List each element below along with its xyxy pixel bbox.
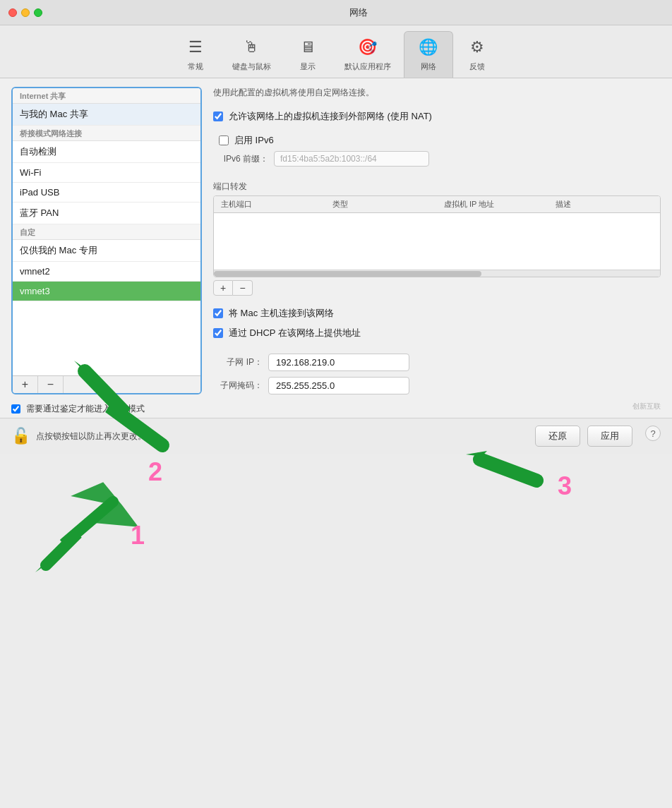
help-button[interactable]: ? [645, 426, 661, 441]
section-header-bridge: 桥接模式网络连接 [13, 126, 200, 141]
feedback-icon: ⚙ [466, 36, 488, 59]
list-item-wifi[interactable]: Wi-Fi [13, 163, 200, 183]
promiscuous-row: 需要通过鉴定才能进入混杂模式 [11, 403, 661, 415]
promiscuous-label: 需要通过鉴定才能进入混杂模式 [26, 403, 145, 415]
port-forwarding-table: 主机端口 类型 虚拟机 IP 地址 描述 [213, 195, 661, 277]
subnet-mask-label: 子网掩码： [213, 380, 263, 392]
port-forwarding-label: 端口转发 [213, 181, 661, 193]
close-button[interactable] [8, 8, 17, 17]
dhcp-checkbox[interactable] [213, 328, 223, 338]
toolbar-label-keyboard: 键盘与鼠标 [232, 61, 271, 72]
toolbar-item-display[interactable]: 🖥 显示 [284, 32, 332, 78]
toolbar-item-network[interactable]: 🌐 网络 [404, 31, 453, 78]
ipv6-prefix-row: IPv6 前缀： [219, 151, 661, 167]
list-item-bluetooth-pan[interactable]: 蓝牙 PAN [13, 203, 200, 224]
minimize-button[interactable] [21, 8, 30, 17]
list-panel-buttons: + − [13, 375, 200, 393]
default-apps-icon: 🎯 [356, 36, 379, 59]
list-item-ipad-usb[interactable]: iPad USB [13, 183, 200, 203]
col-vm-ip: 虚拟机 IP 地址 [437, 199, 548, 210]
arrow-1-annotation: 1 [35, 471, 149, 572]
bottom-bar: 🔓 点按锁按钮以防止再次更改。 还原 应用 ? [0, 418, 672, 454]
subnet-ip-input[interactable] [268, 354, 409, 371]
watermark: 创新互联 [632, 402, 661, 411]
mac-connect-row: 将 Mac 主机连接到该网络 [213, 307, 661, 320]
bottom-buttons: 还原 应用 ? [535, 426, 661, 447]
section-header-internet-sharing: Internet 共享 [13, 88, 200, 104]
mac-connect-label: 将 Mac 主机连接到该网络 [229, 307, 334, 320]
port-table-header: 主机端口 类型 虚拟机 IP 地址 描述 [214, 196, 660, 213]
toolbar-label-network: 网络 [421, 61, 436, 72]
ipv6-checkbox-label: 启用 IPv6 [234, 134, 274, 147]
svg-text:3: 3 [558, 471, 572, 500]
table-buttons: + − [213, 280, 661, 296]
keyboard-icon: 🖱 [240, 36, 263, 59]
toolbar-item-general[interactable]: ☰ 常规 [172, 32, 220, 78]
list-item-mac-sharing[interactable]: 与我的 Mac 共享 [13, 104, 200, 126]
toolbar-label-general: 常规 [188, 61, 203, 72]
toolbar-label-feedback: 反馈 [469, 61, 485, 72]
subnet-mask-input[interactable] [268, 377, 409, 394]
table-add-button[interactable]: + [213, 280, 233, 296]
scrollbar[interactable] [214, 270, 660, 277]
network-list: Internet 共享 与我的 Mac 共享 桥接模式网络连接 自动检测 Wi-… [13, 88, 200, 375]
list-item-vmnet2[interactable]: vmnet2 [13, 262, 200, 282]
fullscreen-button[interactable] [34, 8, 42, 17]
lock-text: 点按锁按钮以防止再次更改。 [36, 430, 146, 442]
col-type: 类型 [325, 199, 437, 210]
dhcp-row: 通过 DHCP 在该网络上提供地址 [213, 327, 661, 339]
connect-section: 将 Mac 主机连接到该网络 通过 DHCP 在该网络上提供地址 [213, 307, 661, 342]
toolbar-item-keyboard[interactable]: 🖱 键盘与鼠标 [220, 32, 284, 78]
display-icon: 🖥 [296, 36, 319, 59]
list-item-vmnet3[interactable]: vmnet3 [13, 282, 200, 301]
nat-checkbox-label: 允许该网络上的虚拟机连接到外部网络 (使用 NAT) [229, 110, 432, 123]
nat-checkbox-row: 允许该网络上的虚拟机连接到外部网络 (使用 NAT) [213, 110, 661, 123]
window-title: 网络 [349, 7, 368, 18]
svg-text:2: 2 [148, 457, 162, 486]
scrollbar-thumb[interactable] [214, 271, 481, 277]
traffic-lights [8, 8, 42, 17]
list-add-button[interactable]: + [13, 376, 38, 393]
restore-button[interactable]: 还原 [535, 426, 580, 447]
table-remove-button[interactable]: − [233, 280, 253, 296]
dhcp-label: 通过 DHCP 在该网络上提供地址 [229, 327, 361, 339]
lock-area: 🔓 点按锁按钮以防止再次更改。 [11, 427, 146, 445]
title-bar: 网络 [0, 0, 672, 25]
section-header-custom: 自定 [13, 224, 200, 240]
apply-button[interactable]: 应用 [587, 426, 632, 447]
subnet-mask-row: 子网掩码： [213, 377, 661, 394]
network-list-panel: Internet 共享 与我的 Mac 共享 桥接模式网络连接 自动检测 Wi-… [11, 87, 202, 394]
ipv6-checkbox[interactable] [219, 135, 229, 145]
port-forwarding-section: 端口转发 主机端口 类型 虚拟机 IP 地址 描述 [213, 175, 661, 296]
toolbar-item-feedback[interactable]: ⚙ 反馈 [453, 32, 501, 78]
toolbar-label-display: 显示 [300, 61, 316, 72]
subnet-ip-label: 子网 IP： [213, 356, 263, 368]
right-panel: 使用此配置的虚拟机将使用自定网络连接。 允许该网络上的虚拟机连接到外部网络 (使… [213, 87, 661, 394]
subnet-ip-row: 子网 IP： [213, 354, 661, 371]
list-remove-button[interactable]: − [38, 376, 64, 393]
nat-checkbox[interactable] [213, 111, 223, 121]
main-content: Internet 共享 与我的 Mac 共享 桥接模式网络连接 自动检测 Wi-… [0, 78, 672, 454]
port-table-body [214, 213, 660, 270]
toolbar-item-default-apps[interactable]: 🎯 默认应用程序 [332, 32, 404, 78]
toolbar: ☰ 常规 🖱 键盘与鼠标 🖥 显示 🎯 默认应用程序 🌐 网络 ⚙ 反馈 [0, 25, 672, 78]
lock-icon: 🔓 [11, 427, 30, 445]
ipv6-prefix-label: IPv6 前缀： [219, 153, 268, 165]
list-item-mac-only[interactable]: 仅供我的 Mac 专用 [13, 240, 200, 262]
ipv6-prefix-input[interactable] [274, 151, 429, 167]
list-item-autodetect[interactable]: 自动检测 [13, 141, 200, 163]
svg-marker-1 [35, 550, 67, 572]
arrow-3-annotation: 3 [466, 451, 572, 500]
svg-marker-0 [64, 471, 149, 545]
col-description: 描述 [548, 199, 660, 210]
svg-text:1: 1 [131, 521, 145, 550]
description-text: 使用此配置的虚拟机将使用自定网络连接。 [213, 87, 661, 99]
ipv6-section: 启用 IPv6 IPv6 前缀： [219, 134, 661, 167]
toolbar-label-default-apps: 默认应用程序 [344, 61, 391, 72]
promiscuous-checkbox[interactable] [11, 404, 20, 414]
general-icon: ☰ [184, 36, 207, 59]
mac-connect-checkbox[interactable] [213, 308, 223, 318]
col-host-port: 主机端口 [214, 199, 325, 210]
ipv6-checkbox-row: 启用 IPv6 [219, 134, 661, 147]
subnet-section: 子网 IP： 子网掩码： [213, 354, 661, 394]
